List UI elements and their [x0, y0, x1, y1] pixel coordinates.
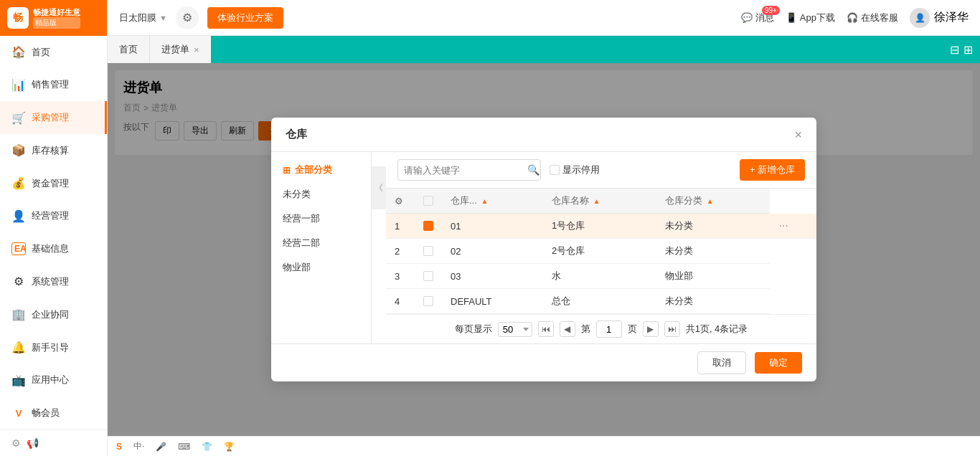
basic-icon: EA — [11, 242, 26, 255]
sidebar-item-home[interactable]: 🏠 首页 — [0, 36, 107, 69]
cell-name: 总仓 — [543, 289, 656, 314]
phone-icon: 📱 — [786, 12, 797, 23]
purchase-icon: 🛒 — [11, 111, 26, 125]
inventory-icon: 📦 — [11, 143, 26, 157]
home-icon: 🏠 — [11, 45, 26, 59]
main-area: 日太阳膜 ▼ ⚙ 体验行业方案 💬 消息 99+ 📱 App下载 🎧 在线客服 … — [108, 0, 980, 456]
category-property[interactable]: 物业部 — [271, 255, 371, 280]
sidebar-item-apps[interactable]: 📺 应用中心 — [0, 364, 107, 396]
cell-code: 02 — [442, 239, 543, 264]
app-download-btn[interactable]: 📱 App下载 — [786, 11, 835, 24]
cell-checkbox[interactable] — [415, 264, 442, 289]
table-row[interactable]: 3 03 水 物业部 — [386, 264, 816, 289]
online-service-btn[interactable]: 🎧 在线客服 — [847, 11, 898, 24]
sidebar-item-member[interactable]: V 畅会员 — [0, 396, 107, 429]
store-dropdown-icon: ▼ — [159, 14, 167, 22]
sidebar-item-inventory[interactable]: 📦 库存核算 — [0, 134, 107, 167]
modal-close-btn[interactable]: × — [794, 128, 802, 141]
cancel-btn[interactable]: 取消 — [697, 351, 746, 374]
prev-page-btn[interactable]: ◀ — [560, 321, 575, 337]
settings-gear-btn[interactable]: ⚙ — [176, 6, 199, 29]
headset-icon: 🎧 — [847, 12, 858, 23]
sidebar-collapse-btn[interactable]: 《 — [372, 166, 386, 209]
add-warehouse-btn[interactable]: + 新增仓库 — [740, 159, 805, 181]
th-checkbox — [415, 189, 442, 214]
cell-code: DEFAULT — [442, 289, 543, 314]
modal-toolbar: 🔍 显示停用 + 新增仓库 — [386, 152, 816, 189]
header-right: 💬 消息 99+ 📱 App下载 🎧 在线客服 👤 徐泽华 — [741, 8, 969, 28]
cell-checkbox[interactable] — [415, 239, 442, 264]
table-header-row: ⚙ 仓库... ▲ — [386, 189, 816, 214]
sidebar-item-operations[interactable]: 👤 经营管理 — [0, 200, 107, 233]
modal-title: 仓库 — [286, 128, 307, 141]
cell-no: 3 — [386, 264, 415, 289]
maximize-icon[interactable]: ⊞ — [963, 43, 973, 57]
show-disabled-checkbox[interactable] — [550, 165, 560, 175]
tab-home[interactable]: 首页 — [108, 36, 150, 63]
warehouse-table: ⚙ 仓库... ▲ — [386, 189, 816, 314]
per-page-select[interactable]: 50 10 20 100 — [498, 322, 532, 337]
sidebar: 畅 畅捷通好生意 精品版 🏠 首页 📊 销售管理 🛒 采购管理 📦 库存核算 💰… — [0, 0, 108, 456]
trial-btn[interactable]: 体验行业方案 — [207, 7, 283, 29]
tab-purchase[interactable]: 进货单 × — [150, 36, 211, 63]
tab-bar-actions: ⊟ ⊞ — [950, 43, 980, 57]
brand-icon: S — [116, 442, 122, 452]
category-ops2[interactable]: 经营二部 — [271, 231, 371, 255]
th-gear: ⚙ — [386, 189, 415, 214]
cell-code: 01 — [442, 214, 543, 239]
next-page-btn[interactable]: ▶ — [643, 321, 659, 337]
sidebar-logo: 畅 畅捷通好生意 精品版 — [0, 0, 107, 36]
table-row[interactable]: 4 DEFAULT 总仓 未分类 — [386, 289, 816, 314]
user-menu[interactable]: 👤 徐泽华 — [910, 8, 969, 28]
show-disabled-label[interactable]: 显示停用 — [550, 163, 600, 176]
confirm-btn[interactable]: 确定 — [755, 352, 802, 374]
search-input[interactable] — [404, 165, 524, 176]
finance-icon: 💰 — [11, 176, 26, 190]
mic-icon[interactable]: 🎤 — [156, 442, 166, 452]
keyboard-icon[interactable]: ⌨ — [178, 442, 190, 452]
lang-switch[interactable]: 中· — [133, 440, 144, 452]
sidebar-item-system[interactable]: ⚙ 系统管理 — [0, 265, 107, 298]
sidebar-item-sales[interactable]: 📊 销售管理 — [0, 69, 107, 102]
last-page-btn[interactable]: ⏭ — [664, 321, 680, 337]
store-selector[interactable]: 日太阳膜 ▼ — [119, 11, 167, 24]
cell-no: 1 — [386, 214, 415, 239]
cell-name: 2号仓库 — [543, 239, 656, 264]
sidebar-item-basic[interactable]: EA 基础信息 — [0, 232, 107, 265]
category-unclassified[interactable]: 未分类 — [271, 182, 371, 206]
cell-category: 物业部 — [656, 264, 770, 289]
search-icon: 🔍 — [527, 164, 540, 176]
sidebar-item-enterprise[interactable]: 🏢 企业协同 — [0, 298, 107, 331]
settings-icon[interactable]: ⚙ — [11, 437, 21, 449]
sidebar-bottom: ⚙ 📢 — [0, 429, 107, 456]
th-category: 仓库分类 ▲ — [656, 189, 770, 214]
sidebar-item-purchase[interactable]: 🛒 采购管理 — [0, 101, 107, 134]
shirt-icon: 👕 — [202, 442, 212, 452]
code-sort-icon: ▲ — [481, 197, 488, 205]
table-body: 1 01 1号仓库 未分类 ··· 2 02 2号仓库 未分类 3 03 水 物… — [386, 214, 816, 314]
page-number-input[interactable] — [596, 320, 622, 338]
category-sort-icon: ▲ — [707, 197, 714, 205]
all-categories-header[interactable]: ⊞ 全部分类 — [271, 158, 371, 182]
sidebar-item-finance[interactable]: 💰 资金管理 — [0, 167, 107, 200]
tab-close-icon[interactable]: × — [194, 44, 199, 55]
table-row[interactable]: 2 02 2号仓库 未分类 — [386, 239, 816, 264]
logo-text: 畅捷通好生意 精品版 — [33, 7, 80, 29]
tab-bar: 首页 进货单 × ⊟ ⊞ — [108, 36, 980, 63]
grid-icon: ⊞ — [283, 165, 291, 176]
message-btn[interactable]: 💬 消息 99+ — [741, 11, 774, 24]
cell-no: 2 — [386, 239, 415, 264]
name-sort-icon: ▲ — [593, 197, 600, 205]
table-row[interactable]: 1 01 1号仓库 未分类 ··· — [386, 214, 816, 239]
minimize-icon[interactable]: ⊟ — [950, 43, 959, 57]
category-ops1[interactable]: 经营一部 — [271, 206, 371, 231]
message-icon: 💬 — [741, 12, 753, 23]
speaker-icon[interactable]: 📢 — [27, 437, 39, 449]
sidebar-item-guide[interactable]: 🔔 新手引导 — [0, 331, 107, 364]
cell-checkbox[interactable] — [415, 214, 442, 239]
first-page-btn[interactable]: ⏮ — [538, 321, 554, 337]
select-all-checkbox[interactable] — [423, 196, 433, 206]
sales-icon: 📊 — [11, 78, 26, 92]
cell-checkbox[interactable] — [415, 289, 442, 314]
guide-icon: 🔔 — [11, 341, 26, 354]
